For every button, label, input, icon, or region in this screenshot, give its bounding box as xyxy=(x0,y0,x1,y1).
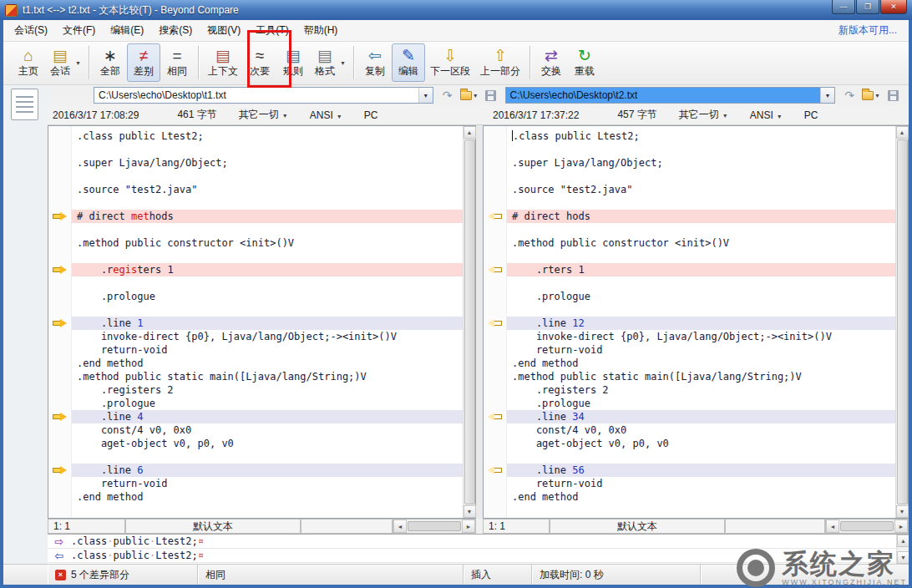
toolbar-button-edit[interactable]: ✎编辑 xyxy=(392,43,425,82)
scroll-right-icon[interactable]: ► xyxy=(894,520,908,533)
close-button[interactable]: ✕ xyxy=(880,0,907,14)
menu-item[interactable]: 编辑(E) xyxy=(103,20,151,41)
chevron-down-icon[interactable]: ▼ xyxy=(820,88,834,103)
code-line[interactable]: return-void xyxy=(507,477,895,490)
code-line[interactable]: .line 6 xyxy=(72,464,463,477)
maximize-button[interactable]: ❐ xyxy=(856,0,879,14)
code-line[interactable]: .line 1 xyxy=(72,317,463,330)
code-line[interactable] xyxy=(507,450,895,464)
code-line[interactable] xyxy=(72,276,463,290)
menu-item[interactable]: 视图(V) xyxy=(200,20,248,41)
diff-arrow-icon[interactable] xyxy=(53,212,67,220)
code-line[interactable] xyxy=(72,170,463,183)
menu-item[interactable]: 帮助(H) xyxy=(296,20,346,41)
code-line[interactable] xyxy=(72,143,463,156)
code-line[interactable]: aget-object v0, p0, v0 xyxy=(72,437,463,450)
document-view-icon[interactable] xyxy=(11,89,38,120)
toolbar-button-reload[interactable]: ↻重载 xyxy=(568,43,601,82)
menu-item[interactable]: 搜索(S) xyxy=(151,20,200,41)
diff-arrow-icon[interactable] xyxy=(488,466,502,474)
scrollbar-thumb[interactable] xyxy=(840,521,894,531)
code-line[interactable]: .source "test2.java" xyxy=(72,183,463,196)
scrollbar-thumb[interactable] xyxy=(464,139,475,504)
scroll-down-icon[interactable]: ▼ xyxy=(897,551,909,564)
scroll-right-icon[interactable]: ► xyxy=(462,520,475,533)
scroll-up-icon[interactable]: ▲ xyxy=(897,535,909,547)
scroll-down-icon[interactable]: ▼ xyxy=(896,505,909,518)
code-line[interactable]: .rters 1 xyxy=(507,263,895,276)
toolbar-button-swap[interactable]: ⇄交换 xyxy=(535,43,568,82)
diff-arrow-icon[interactable] xyxy=(53,466,67,474)
toolbar-button-show-context[interactable]: ▤上下文 xyxy=(203,43,243,82)
code-line[interactable] xyxy=(507,276,895,290)
toolbar-button-next-section[interactable]: ⇩下一区段 xyxy=(425,43,475,82)
update-available-link[interactable]: 新版本可用... xyxy=(839,23,905,38)
minimize-button[interactable]: — xyxy=(832,0,855,14)
code-line[interactable] xyxy=(507,250,895,263)
code-line[interactable]: .prologue xyxy=(72,290,463,303)
right-horizontal-scrollbar[interactable]: ◄ ► xyxy=(825,519,909,534)
toolbar-button-ignore-unimportant[interactable]: ≈次要 xyxy=(243,43,276,82)
toolbar-button-show-same[interactable]: =相同 xyxy=(160,43,194,82)
code-line[interactable] xyxy=(507,170,895,183)
browse-folder-icon[interactable]: ▼ xyxy=(862,87,880,104)
code-line[interactable]: .registers 2 xyxy=(507,383,895,397)
code-line[interactable]: return-void xyxy=(72,343,463,357)
code-line[interactable] xyxy=(507,196,895,210)
code-line[interactable]: invoke-direct {p0}, Ljava/lang/Object;->… xyxy=(507,330,895,343)
code-line[interactable]: .class public Ltest2; xyxy=(72,129,463,143)
toolbar-button-prev-section[interactable]: ⇧上一部分 xyxy=(475,43,525,82)
swap-file-icon[interactable]: ↷ xyxy=(840,87,859,104)
code-line[interactable]: .line 56 xyxy=(507,464,895,477)
browse-folder-icon[interactable]: ▼ xyxy=(460,87,479,104)
chevron-down-icon[interactable]: ▼ xyxy=(418,88,433,103)
code-line[interactable]: .class public Ltest2; xyxy=(507,129,895,143)
code-line[interactable]: return-void xyxy=(72,477,463,490)
code-line[interactable]: # direct methods xyxy=(72,210,463,223)
toolbar-button-show-all[interactable]: ∗全部 xyxy=(94,43,127,82)
code-line[interactable]: .method public constructor <init>()V xyxy=(507,236,895,250)
code-line[interactable]: .end method xyxy=(72,490,463,504)
code-line[interactable] xyxy=(72,196,463,210)
diff-arrow-icon[interactable] xyxy=(53,266,67,274)
diff-arrow-icon[interactable] xyxy=(488,319,502,327)
code-line[interactable]: .prologue xyxy=(72,397,463,410)
menu-item[interactable]: 文件(F) xyxy=(55,20,103,41)
code-line[interactable]: .prologue xyxy=(507,397,895,410)
left-file-path[interactable]: C:\Users\echo\Desktop\t1.txt xyxy=(94,88,418,103)
diff-arrow-icon[interactable] xyxy=(488,413,502,421)
toolbar-button-rules[interactable]: ▤规则 xyxy=(276,43,310,82)
code-line[interactable]: .method public constructor <init>()V xyxy=(72,236,463,250)
menu-item[interactable]: 工具(T) xyxy=(248,20,296,41)
dropdown-arrow-icon[interactable]: ▼ xyxy=(340,60,346,66)
code-line[interactable] xyxy=(507,223,895,236)
code-line[interactable]: .source "test2.java" xyxy=(507,183,895,196)
left-vertical-scrollbar[interactable]: ▲ ▼ xyxy=(463,126,475,518)
code-line[interactable]: .prologue xyxy=(507,290,895,303)
scroll-down-icon[interactable]: ▼ xyxy=(464,505,476,518)
scroll-left-icon[interactable]: ◄ xyxy=(393,520,407,533)
code-line[interactable]: .end method xyxy=(72,357,463,370)
code-line[interactable] xyxy=(72,303,463,317)
detail-scrollbar[interactable]: ▲ ▼ xyxy=(896,535,909,564)
code-line[interactable]: .method public static main([Ljava/lang/S… xyxy=(507,370,895,383)
scroll-up-icon[interactable]: ▲ xyxy=(896,126,909,139)
code-line[interactable] xyxy=(72,450,463,464)
scrollbar-thumb[interactable] xyxy=(408,521,461,531)
right-rule-dropdown[interactable]: 其它一切▼ xyxy=(679,108,728,122)
code-line[interactable] xyxy=(72,250,463,263)
save-icon[interactable] xyxy=(482,87,500,104)
pane-divider[interactable] xyxy=(476,125,483,519)
code-line[interactable]: .line 12 xyxy=(507,317,895,330)
scroll-left-icon[interactable]: ◄ xyxy=(826,520,839,533)
toolbar-button-show-differences[interactable]: ≠差别 xyxy=(127,43,160,82)
code-line[interactable]: # direct hods xyxy=(507,210,895,223)
dropdown-arrow-icon[interactable]: ▼ xyxy=(75,60,81,66)
left-rule-dropdown[interactable]: 其它一切▼ xyxy=(239,108,288,122)
code-right[interactable]: .class public Ltest2;.super Ljava/lang/O… xyxy=(507,126,895,518)
scrollbar-thumb[interactable] xyxy=(897,139,908,504)
code-line[interactable]: .registers 2 xyxy=(72,383,463,397)
code-line[interactable]: .end method xyxy=(507,490,895,504)
left-encoding-dropdown[interactable]: ANSI▼ xyxy=(310,109,342,121)
diff-arrow-icon[interactable] xyxy=(53,319,67,327)
